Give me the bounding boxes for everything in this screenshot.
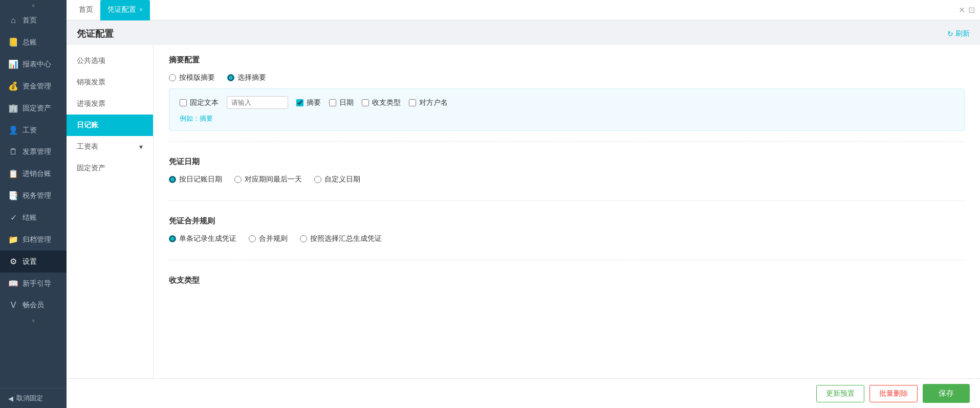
date-label: 日期 [339,98,354,107]
tab-close-button[interactable]: × [139,6,143,13]
abstract-example: 例如：摘要 [180,114,954,123]
nav-item-salary-table[interactable]: 工资表 ▾ [67,136,153,157]
sidebar-item-settings[interactable]: ⚙ 设置 [0,251,67,273]
voucher-date-radio-group: 按日记账日期 对应期间最后一天 自定义日期 [169,175,965,184]
checkbox-fixed-text[interactable]: 固定文本 [180,98,219,107]
single-radio[interactable] [169,235,176,242]
radio-custom-date[interactable]: 自定义日期 [314,175,360,184]
sidebar-item-label: 工资 [23,126,37,135]
sidebar-item-label: 设置 [23,257,37,266]
refresh-label: 刷新 [955,29,970,38]
nav-item-label: 进项发票 [77,99,105,108]
bottom-bar: 更新预置 批量删除 保存 [67,378,980,408]
abstract-select-radio[interactable] [227,74,234,81]
single-label: 单条记录生成凭证 [179,234,236,243]
merge-radio[interactable] [249,235,256,242]
custom-date-radio[interactable] [314,176,321,183]
right-panel: 摘要配置 按模版摘要 选择摘要 固定文本 [154,45,980,378]
abstract-label: 摘要 [307,98,321,107]
tax-icon: 📑 [8,191,18,200]
sidebar-item-guide[interactable]: 📖 新手引导 [0,273,67,294]
by-select-radio[interactable] [300,235,307,242]
income-type-section-title: 收支类型 [169,276,965,285]
sidebar-item-settle[interactable]: ✓ 结账 [0,207,67,229]
checkbox-income-type[interactable]: 收支类型 [362,98,401,107]
cancel-pin-label: 取消固定 [16,394,43,403]
abstract-radio-template[interactable]: 按模版摘要 [169,73,215,82]
counterpart-label: 对方户名 [419,98,448,107]
merge-rule-radio-group: 单条记录生成凭证 合并规则 按照选择汇总生成凭证 [169,234,965,243]
cancel-pin-button[interactable]: ◀ 取消固定 [0,388,67,408]
sidebar-item-label: 发票管理 [23,147,51,156]
tab-home[interactable]: 首页 [72,0,100,20]
radio-last-day[interactable]: 对应期间最后一天 [234,175,302,184]
fixed-text-label: 固定文本 [190,98,219,107]
fixed-text-input[interactable] [227,96,288,109]
sidebar-item-salary[interactable]: 👤 工资 [0,119,67,141]
sidebar-item-invoice[interactable]: 🗒 发票管理 [0,141,67,163]
sidebar-item-label: 畅会员 [23,301,44,310]
content-area: 公共选项 销项发票 进项发票 日记账 工资表 ▾ 固定资产 摘要配置 [67,45,980,378]
refresh-icon: ↻ [947,30,953,38]
batch-delete-button[interactable]: 批量删除 [869,385,918,402]
page-header: 凭证配置 ↻ 刷新 [67,20,980,45]
sidebar-item-home[interactable]: ⌂ 首页 [0,10,67,31]
income-type-checkbox[interactable] [362,99,369,106]
sidebar-item-report[interactable]: 📊 报表中心 [0,53,67,75]
vip-icon: V [8,301,18,310]
by-date-label: 按日记账日期 [179,175,222,184]
sidebar-item-trade[interactable]: 📋 进销台账 [0,163,67,185]
nav-item-public[interactable]: 公共选项 [67,50,153,72]
save-button[interactable]: 保存 [923,384,970,403]
nav-item-sales-invoice[interactable]: 销项发票 [67,72,153,93]
radio-single[interactable]: 单条记录生成凭证 [169,234,236,243]
radio-by-date[interactable]: 按日记账日期 [169,175,222,184]
sidebar-item-label: 固定资产 [23,104,51,113]
date-checkbox[interactable] [329,99,336,106]
sidebar-item-label: 税务管理 [23,191,51,200]
fixed-text-checkbox[interactable] [180,99,187,106]
nav-item-purchase-invoice[interactable]: 进项发票 [67,93,153,115]
archive-icon: 📁 [8,235,18,244]
last-day-radio[interactable] [234,176,242,183]
home-icon: ⌂ [8,16,18,25]
nav-item-fixed-asset[interactable]: 固定资产 [67,157,153,179]
merge-rule-section: 凭证合并规则 单条记录生成凭证 合并规则 按照选择汇总生成凭证 [169,216,965,260]
radio-by-select[interactable]: 按照选择汇总生成凭证 [300,234,382,243]
update-preview-button[interactable]: 更新预置 [816,385,864,402]
abstract-config-box: 固定文本 摘要 日期 收支类型 [169,88,965,131]
sidebar: ▲ ⌂ 首页 📒 总账 📊 报表中心 💰 资金管理 🏢 固定资产 👤 工资 🗒 … [0,0,67,408]
sidebar-item-fund[interactable]: 💰 资金管理 [0,75,67,97]
radio-merge[interactable]: 合并规则 [249,234,288,243]
counterpart-checkbox[interactable] [409,99,416,106]
sidebar-item-ledger[interactable]: 📒 总账 [0,31,67,53]
close-window-icon[interactable]: ✕ [959,5,965,15]
sidebar-nav: ▲ ⌂ 首页 📒 总账 📊 报表中心 💰 资金管理 🏢 固定资产 👤 工资 🗒 … [0,0,67,388]
pin-icon: ◀ [8,395,13,402]
abstract-radio-select[interactable]: 选择摘要 [227,73,266,82]
left-nav: 公共选项 销项发票 进项发票 日记账 工资表 ▾ 固定资产 [67,45,154,378]
refresh-button[interactable]: ↻ 刷新 [947,29,970,38]
tab-bar: 首页 凭证配置 × ✕ ⊡ [67,0,980,20]
by-date-radio[interactable] [169,176,176,183]
nav-item-label: 日记账 [77,121,98,130]
abstract-checkbox[interactable] [296,99,303,106]
abstract-template-radio[interactable] [169,74,176,81]
trade-icon: 📋 [8,169,18,178]
checkbox-abstract[interactable]: 摘要 [296,98,321,107]
tab-active-label: 凭证配置 [107,5,136,14]
tab-voucher-config[interactable]: 凭证配置 × [100,0,150,20]
tab-controls: ✕ ⊡ [959,5,975,15]
report-icon: 📊 [8,59,18,69]
sidebar-item-vip[interactable]: V 畅会员 [0,294,67,316]
invoice-icon: 🗒 [8,147,18,156]
checkbox-date[interactable]: 日期 [329,98,354,107]
merge-rule-title: 凭证合并规则 [169,216,965,226]
nav-item-diary[interactable]: 日记账 [67,115,153,136]
sidebar-item-asset[interactable]: 🏢 固定资产 [0,97,67,119]
checkbox-counterpart[interactable]: 对方户名 [409,98,448,107]
restore-window-icon[interactable]: ⊡ [968,5,975,15]
sidebar-item-archive[interactable]: 📁 归档管理 [0,229,67,251]
income-type-label: 收支类型 [372,98,401,107]
sidebar-item-tax[interactable]: 📑 税务管理 [0,185,67,207]
